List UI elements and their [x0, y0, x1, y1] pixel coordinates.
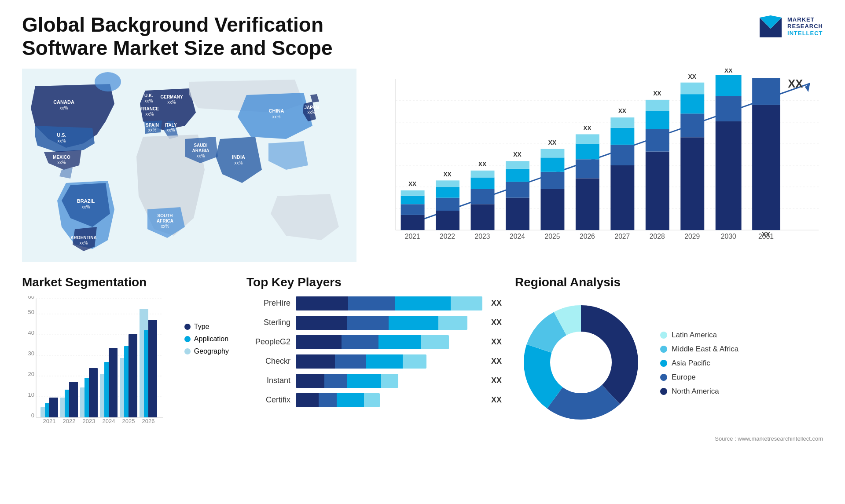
svg-rect-84	[610, 128, 634, 144]
svg-text:2030: 2030	[721, 233, 736, 240]
player-row-prehire: PreHire XX	[246, 296, 502, 310]
svg-rect-139	[89, 368, 98, 417]
svg-rect-79	[576, 134, 599, 144]
logo-text: MARKET RESEARCH INTELLECT	[787, 16, 823, 37]
svg-rect-97	[680, 82, 704, 94]
players-title: Top Key Players	[246, 275, 502, 289]
seg-legend-geography: Geography	[184, 347, 229, 355]
svg-rect-138	[69, 382, 78, 417]
svg-text:2022: 2022	[440, 233, 455, 240]
europe-label: Europe	[672, 373, 696, 382]
svg-rect-141	[129, 334, 137, 417]
player-bar-prehire	[296, 296, 482, 310]
svg-text:SPAIN: SPAIN	[146, 123, 159, 128]
player-bar-peopleg2	[296, 335, 482, 349]
svg-rect-52	[436, 211, 459, 230]
svg-rect-58	[471, 204, 495, 230]
type-label: Type	[194, 323, 209, 331]
legend-europe: Europe	[660, 373, 738, 382]
source-text: Source : www.marketresearchintellect.com	[515, 435, 823, 442]
world-map: CANADA xx% U.S. xx% MEXICO xx% BRAZIL xx…	[22, 69, 356, 262]
legend-north-america: North America	[660, 387, 738, 396]
svg-rect-67	[506, 161, 529, 169]
player-xx-peopleg2: XX	[491, 337, 502, 347]
svg-rect-48	[401, 195, 425, 204]
players-section: Top Key Players PreHire XX	[246, 275, 502, 407]
svg-text:XX: XX	[653, 90, 661, 97]
svg-text:ITALY: ITALY	[165, 123, 177, 128]
geography-label: Geography	[194, 347, 229, 355]
player-row-checkr: Checkr XX	[246, 354, 502, 369]
latin-america-label: Latin America	[672, 331, 717, 340]
svg-text:XX: XX	[583, 124, 592, 131]
svg-rect-90	[646, 111, 669, 129]
svg-text:xx%: xx%	[148, 128, 157, 132]
player-xx-instant: XX	[491, 376, 502, 385]
svg-text:50: 50	[28, 309, 34, 315]
svg-rect-64	[506, 197, 529, 230]
svg-text:SOUTH: SOUTH	[158, 213, 173, 218]
svg-rect-53	[436, 197, 459, 210]
svg-rect-61	[471, 171, 495, 178]
seg-legend-type: Type	[184, 323, 229, 331]
svg-text:xx%: xx%	[161, 224, 169, 229]
svg-rect-70	[540, 189, 564, 230]
svg-text:40: 40	[28, 329, 34, 336]
geography-dot	[184, 348, 191, 354]
svg-rect-89	[646, 129, 669, 151]
svg-rect-78	[576, 144, 599, 159]
legend-items: Latin America Middle East & Africa Asia …	[660, 331, 738, 396]
logo-box: MARKET RESEARCH INTELLECT	[757, 13, 823, 40]
svg-text:SAUDI: SAUDI	[194, 143, 207, 148]
svg-text:2027: 2027	[614, 233, 630, 240]
svg-rect-83	[610, 145, 634, 165]
player-bar-sterling	[296, 316, 482, 330]
svg-text:XX: XX	[688, 73, 697, 80]
seg-chart-svg: 0 10 20 30 40 50 60	[22, 296, 233, 424]
bar-chart-section: 2021 XX 2022 XX 20	[370, 69, 823, 262]
page-title: Global Background Verification Software …	[22, 13, 374, 60]
player-row-peopleg2: PeopleG2 XX	[246, 335, 502, 349]
svg-text:2024: 2024	[103, 418, 115, 424]
svg-text:INDIA: INDIA	[232, 154, 245, 160]
svg-text:xx%: xx%	[167, 128, 175, 132]
application-label: Application	[194, 335, 228, 343]
svg-text:2025: 2025	[122, 418, 135, 424]
player-xx-sterling: XX	[491, 318, 502, 327]
logo-area: MARKET RESEARCH INTELLECT	[757, 13, 823, 40]
north-america-dot	[660, 388, 667, 395]
svg-text:xx%: xx%	[235, 161, 243, 165]
svg-rect-60	[471, 177, 495, 189]
svg-rect-142	[148, 320, 157, 417]
svg-text:xx%: xx%	[58, 160, 66, 165]
header: Global Background Verification Software …	[22, 13, 823, 60]
svg-rect-106	[752, 78, 780, 105]
svg-rect-82	[610, 165, 634, 230]
regional-title: Regional Analysis	[515, 275, 823, 289]
svg-text:2023: 2023	[83, 418, 96, 424]
svg-rect-102	[716, 75, 742, 96]
donut-container	[515, 296, 647, 430]
bar-chart-svg: 2021 XX 2022 XX 20	[370, 69, 823, 262]
svg-text:BRAZIL: BRAZIL	[77, 198, 95, 204]
svg-text:XX: XX	[788, 77, 803, 90]
asia-label: Asia Pacific	[672, 359, 710, 368]
application-dot	[184, 336, 191, 342]
svg-text:2021: 2021	[405, 233, 420, 240]
players-list: PreHire XX Sterling	[246, 296, 502, 407]
svg-point-154	[551, 332, 611, 392]
player-row-certifix: Certifix XX	[246, 393, 502, 407]
svg-text:XX: XX	[513, 151, 522, 158]
svg-text:JAPAN: JAPAN	[304, 105, 319, 110]
north-america-label: North America	[672, 387, 719, 396]
svg-text:xx%: xx%	[58, 139, 66, 143]
regional-section: Regional Analysis	[515, 275, 823, 442]
svg-text:XX: XX	[762, 231, 770, 238]
svg-text:2023: 2023	[475, 233, 490, 240]
svg-text:20: 20	[28, 371, 34, 377]
seg-legend-application: Application	[184, 335, 229, 343]
svg-text:30: 30	[28, 350, 34, 357]
svg-text:2024: 2024	[510, 233, 525, 240]
bottom-row: Market Segmentation 0 10 20 30 40 50 60	[22, 275, 823, 442]
svg-text:2028: 2028	[650, 233, 665, 240]
